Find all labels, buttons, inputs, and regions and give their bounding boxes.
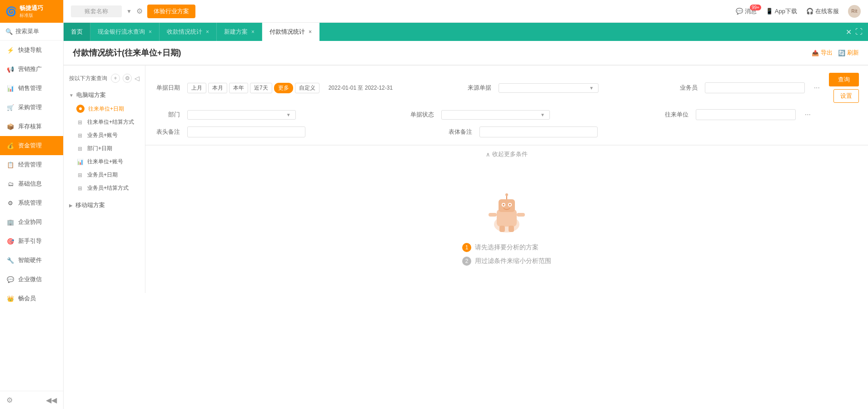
header-note-input[interactable]	[187, 126, 305, 137]
footer-settings-icon[interactable]: ⚙	[6, 396, 13, 404]
scheme-sidebar-title: 按以下方案查询	[69, 75, 107, 82]
date-btn-this-month[interactable]: 本月	[208, 83, 227, 93]
scheme-group-desktop: ▼ 电脑端方案 往来单位+日期 ⊞ 往来单位+结算方式 ⊞	[64, 86, 145, 197]
source-select[interactable]: ▼	[499, 83, 599, 93]
refresh-btn[interactable]: 🔄 刷新	[838, 49, 859, 57]
export-btn[interactable]: 📤 导出	[812, 49, 833, 57]
date-btn-custom[interactable]: 自定义	[295, 83, 319, 93]
scheme-table-icon3: ⊞	[76, 145, 84, 152]
date-btn-more[interactable]: 更多	[274, 83, 293, 93]
app-download-btn[interactable]: 📱 App下载	[766, 7, 797, 15]
query-btn[interactable]: 查询	[829, 73, 859, 86]
sidebar: 🌀 畅捷通巧 标准版 🔍 搜索菜单 ⚡ 快捷导航 📢 营销推广 📊 销售管理 🛒…	[0, 0, 64, 409]
tab-maximize-icon[interactable]: ⛶	[855, 28, 863, 36]
member-icon: 👑	[6, 294, 15, 303]
filter-row-3: 表头备注 表体备注	[155, 126, 859, 137]
scheme-item-label: 部门+日期	[87, 145, 112, 152]
sidebar-item-system[interactable]: ⚙ 系统管理	[0, 193, 63, 212]
logo-text: 畅捷通巧	[20, 4, 43, 12]
scheme-item-unit-payment[interactable]: ⊞ 往来单位+结算方式	[64, 116, 145, 129]
sidebar-item-operation[interactable]: 📋 经营管理	[0, 155, 63, 174]
filter-area: 单据日期 上月 本月 本年 近7天 更多 自定义 2022-01-01 至 20…	[145, 66, 868, 145]
scheme-item-label: 业务员+日期	[87, 171, 118, 179]
tab-close-all-icon[interactable]: ✕	[846, 28, 852, 36]
source-chevron-icon: ▼	[589, 86, 594, 91]
scheme-item-dept-date[interactable]: ⊞ 部门+日期	[64, 142, 145, 155]
scheme-settings-btn[interactable]: ⚙	[123, 74, 132, 83]
sidebar-item-quick-nav[interactable]: ⚡ 快捷导航	[0, 40, 63, 60]
sidebar-item-wechat[interactable]: 💬 企业微信	[0, 270, 63, 289]
tab-new-scheme-label: 新建方案	[224, 28, 248, 36]
collapse-conditions-btn[interactable]: ∧ 收起更多条件	[486, 150, 528, 158]
account-dropdown-icon[interactable]: ▼	[126, 8, 132, 15]
scheme-group-mobile-header[interactable]: ▶ 移动端方案	[64, 198, 145, 212]
export-label: 导出	[821, 49, 833, 57]
filter-row-1: 单据日期 上月 本月 本年 近7天 更多 自定义 2022-01-01 至 20…	[155, 73, 859, 103]
tab-payment-stat-label: 付款情况统计	[269, 28, 305, 36]
trial-btn[interactable]: 体验行业方案	[147, 5, 195, 18]
svg-point-6	[509, 204, 511, 206]
tab-payment-stat[interactable]: 付款情况统计 ×	[262, 23, 319, 41]
scheme-item-salesperson-date[interactable]: ⊞ 业务员+日期	[64, 168, 145, 182]
sidebar-item-hardware[interactable]: 🔧 智能硬件	[0, 251, 63, 270]
date-btn-7days[interactable]: 近7天	[250, 83, 272, 93]
tab-receipt-close[interactable]: ×	[206, 29, 209, 35]
settings-btn[interactable]: 设置	[833, 89, 859, 103]
hardware-icon: 🔧	[6, 256, 15, 264]
filter-row-2: 部门 ▼ 单据状态 ▼ 往来单位	[155, 109, 859, 120]
desktop-group-label: 电脑端方案	[76, 91, 106, 99]
sidebar-item-basic-info[interactable]: 🗂 基础信息	[0, 174, 63, 193]
sidebar-item-enterprise[interactable]: 🏢 企业协同	[0, 212, 63, 232]
body-note-input[interactable]	[479, 126, 598, 137]
scheme-add-btn[interactable]: +	[111, 74, 120, 83]
footer-collapse-icon[interactable]: ◀◀	[46, 396, 57, 404]
date-btn-this-year[interactable]: 本年	[229, 83, 248, 93]
tab-receipt[interactable]: 收款情况统计 ×	[160, 23, 217, 41]
tab-payment-stat-close[interactable]: ×	[309, 29, 312, 35]
salesperson-dots[interactable]: ···	[812, 84, 822, 92]
filter-actions: 查询 设置	[829, 73, 859, 103]
dept-select[interactable]: ▼	[187, 110, 296, 120]
service-btn[interactable]: 🎧 在线客服	[806, 7, 839, 15]
header-left: 账套名称 ▼ ⚙ 体验行业方案	[71, 5, 195, 18]
notice-btn[interactable]: 💬 消息 99+	[736, 7, 757, 15]
tab-bank-label: 现金银行流水查询	[98, 28, 145, 36]
mobile-group-arrow-icon: ▶	[69, 203, 73, 208]
tab-home[interactable]: 首页	[64, 23, 90, 41]
tab-home-label: 首页	[71, 28, 83, 36]
logo-sub: 标准版	[20, 12, 43, 19]
scheme-item-salesperson-payment[interactable]: ⊞ 业务员+结算方式	[64, 182, 145, 195]
counterpart-dots[interactable]: ···	[803, 111, 813, 119]
svg-rect-2	[499, 199, 515, 212]
tab-new-scheme-close[interactable]: ×	[251, 29, 254, 35]
user-avatar[interactable]: Rit	[848, 5, 861, 18]
svg-rect-11	[499, 226, 505, 232]
sidebar-search[interactable]: 🔍 搜索菜单	[0, 23, 63, 40]
content-with-sidebar: 按以下方案查询 + ⚙ ◁ ▼ 电脑端方案	[64, 65, 868, 293]
sidebar-item-marketing[interactable]: 📢 营销推广	[0, 60, 63, 79]
tab-bank-close[interactable]: ×	[149, 29, 152, 35]
date-btn-last-month[interactable]: 上月	[187, 83, 206, 93]
scheme-item-date-unit[interactable]: 往来单位+日期	[64, 102, 145, 116]
sidebar-item-purchase[interactable]: 🛒 采购管理	[0, 98, 63, 117]
desktop-group-arrow-icon: ▼	[69, 93, 74, 98]
sidebar-item-member[interactable]: 👑 畅会员	[0, 289, 63, 308]
scheme-collapse-icon[interactable]: ◁	[135, 75, 140, 82]
counterpart-input[interactable]	[696, 109, 796, 120]
settings-gear-icon[interactable]: ⚙	[136, 7, 143, 15]
quick-nav-icon: ⚡	[6, 46, 15, 54]
scheme-group-desktop-header[interactable]: ▼ 电脑端方案	[64, 88, 145, 102]
salesperson-input[interactable]	[705, 82, 805, 93]
sidebar-item-funds[interactable]: 💰 资金管理	[0, 136, 63, 155]
sidebar-item-guide[interactable]: 🎯 新手引导	[0, 232, 63, 251]
sidebar-item-sales[interactable]: 📊 销售管理	[0, 79, 63, 98]
sidebar-item-inventory[interactable]: 📦 库存核算	[0, 117, 63, 136]
header-note-label: 表头备注	[155, 128, 180, 136]
tab-bank[interactable]: 现金银行流水查询 ×	[90, 23, 160, 41]
scheme-item-unit-account[interactable]: 📊 往来单位+账号	[64, 155, 145, 168]
doc-status-select[interactable]: ▼	[441, 110, 550, 120]
scheme-item-salesperson-account[interactable]: ⊞ 业务员+账号	[64, 129, 145, 142]
date-range: 2022-01-01 至 2022-12-31	[329, 84, 393, 92]
svg-point-8	[505, 193, 508, 196]
tab-new-scheme[interactable]: 新建方案 ×	[217, 23, 262, 41]
